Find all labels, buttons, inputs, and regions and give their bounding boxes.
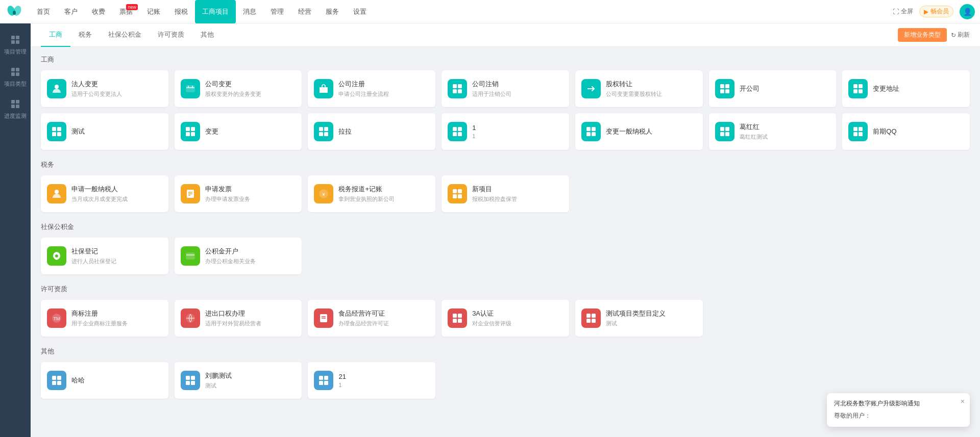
svg-rect-52 xyxy=(592,132,596,136)
svg-rect-35 xyxy=(52,132,56,136)
card-social-register[interactable]: 社保登记进行人员社保登记 xyxy=(41,238,168,274)
card-name-fund-account: 公积金开户 xyxy=(205,247,296,256)
card-company-register[interactable]: 公司注册申请公司注册全流程 xyxy=(308,70,435,107)
tab-tax[interactable]: 税务 xyxy=(70,23,100,47)
card-new-project[interactable]: 新项目报税加税控盘保管 xyxy=(442,175,569,212)
svg-rect-14 xyxy=(16,105,19,108)
card-icon-qianqiqq xyxy=(848,122,868,141)
card-company-cancel[interactable]: 公司注销适用于注销公司 xyxy=(442,70,569,107)
nav-industry[interactable]: 工商项目 xyxy=(195,0,236,23)
card-test-type[interactable]: 测试项目类型目定义测试 xyxy=(575,300,703,337)
card-desc-test-type: 测试 xyxy=(606,320,697,327)
vip-button[interactable]: ▶ 畅会员 xyxy=(919,6,953,17)
card-change-address[interactable]: 变更地址 xyxy=(842,70,970,107)
social-section: 社保公积金 社保登记进行人员社保登记公积金开户办理公积金相关业务 xyxy=(41,222,970,274)
nav-tax[interactable]: 报税 xyxy=(167,0,195,23)
fullscreen-button[interactable]: ⛶ 全屏 xyxy=(893,7,913,16)
card-twenty-one[interactable]: 211 xyxy=(308,362,435,399)
card-gehonghong[interactable]: 葛红红葛红红测试 xyxy=(709,113,837,150)
card-tax-accounting[interactable]: ¥税务报道+记账拿到营业执照的新公司 xyxy=(308,175,435,212)
card-name-haha: 哈哈 xyxy=(71,376,162,385)
refresh-label: 刷新 xyxy=(958,31,970,39)
nav-clients[interactable]: 客户 xyxy=(57,0,85,23)
svg-rect-93 xyxy=(191,376,195,380)
card-qianqiqq[interactable]: 前期QQ xyxy=(842,113,970,150)
card-liupeng-test[interactable]: 刘鹏测试测试 xyxy=(175,362,302,399)
sidebar-item-project-mgmt[interactable]: 项目管理 xyxy=(0,29,31,61)
svg-rect-90 xyxy=(52,381,56,385)
card-apply-taxpayer[interactable]: 申请一般纳税人当月或次月成变更完成 xyxy=(41,175,168,212)
svg-point-15 xyxy=(55,85,59,89)
card-change-taxpayer[interactable]: 变更一般纳税人 xyxy=(575,113,703,150)
avatar[interactable]: 👤 xyxy=(960,4,975,19)
tab-social[interactable]: 社保公积金 xyxy=(100,23,150,47)
svg-rect-37 xyxy=(186,127,190,131)
sidebar-item-project-types[interactable]: 项目类型 xyxy=(0,61,31,93)
card-icon-one xyxy=(448,122,467,141)
sidebar-item-progress-monitor[interactable]: 进度监测 xyxy=(0,93,31,125)
card-food-license[interactable]: 食品经营许可证办理食品经营许可证 xyxy=(308,300,435,337)
card-3a-cert[interactable]: 3A认证对企业信誉评级 xyxy=(442,300,569,337)
svg-rect-45 xyxy=(453,127,457,131)
card-open-company[interactable]: 开公司 xyxy=(709,70,837,107)
industry-cards-grid: 法人变更适用于公司变更法人公司变更股权变更外的业务变更公司注册申请公司注册全流程… xyxy=(41,70,970,150)
nav-management[interactable]: 管理 xyxy=(263,0,291,23)
card-change[interactable]: 变更 xyxy=(175,113,302,150)
card-icon-apply-invoice xyxy=(181,184,200,203)
notification-close-button[interactable]: × xyxy=(961,397,965,405)
card-equity-transfer[interactable]: 股权转让公司变更需要股权转让 xyxy=(575,70,703,107)
nav-home[interactable]: 首页 xyxy=(30,0,57,23)
card-one[interactable]: 11 xyxy=(442,113,569,150)
card-name-open-company: 开公司 xyxy=(740,84,830,93)
refresh-button[interactable]: ↻ 刷新 xyxy=(951,31,970,39)
card-lala[interactable]: 拉拉 xyxy=(308,113,435,150)
tab-industry[interactable]: 工商 xyxy=(41,23,70,47)
nav-settings[interactable]: 设置 xyxy=(346,0,374,23)
svg-rect-4 xyxy=(16,36,19,39)
nav-accounting[interactable]: 记账 xyxy=(140,0,167,23)
card-desc-new-project: 报税加税控盘保管 xyxy=(472,195,563,203)
tab-license[interactable]: 许可资质 xyxy=(150,23,192,47)
nav-messages[interactable]: 消息 xyxy=(236,0,263,23)
nav-billing[interactable]: 收费 xyxy=(85,0,112,23)
industry-section-title: 工商 xyxy=(41,55,970,64)
license-cards-grid: TM商标注册用于企业商标注册服务进出口权办理适用于对外贸易经营者食品经营许可证办… xyxy=(41,300,970,337)
nav-tickets[interactable]: 票据 new xyxy=(112,0,140,23)
svg-rect-28 xyxy=(725,89,729,93)
nav-operations[interactable]: 经营 xyxy=(291,0,318,23)
card-desc-apply-invoice: 办理申请发票业务 xyxy=(205,195,296,203)
card-import-export[interactable]: 进出口权办理适用于对外贸易经营者 xyxy=(175,300,302,337)
svg-rect-34 xyxy=(57,127,61,131)
card-icon-gehonghong xyxy=(715,122,734,141)
card-haha[interactable]: 哈哈 xyxy=(41,362,168,399)
svg-rect-6 xyxy=(16,40,19,44)
card-name-social-register: 社保登记 xyxy=(71,247,162,256)
card-icon-social-register xyxy=(47,246,66,266)
other-section-title: 其他 xyxy=(41,347,970,356)
card-icon-change-address xyxy=(848,79,868,98)
card-icon-equity-transfer xyxy=(581,79,601,98)
svg-rect-3 xyxy=(11,36,15,39)
nav-services[interactable]: 服务 xyxy=(318,0,346,23)
card-company-change[interactable]: 公司变更股权变更外的业务变更 xyxy=(175,70,302,107)
notification-popup: × 河北税务数字账户升级影响通知 尊敬的用户： xyxy=(827,393,970,427)
card-legal-change[interactable]: 法人变更适用于公司变更法人 xyxy=(41,70,168,107)
card-apply-invoice[interactable]: 申请发票办理申请发票业务 xyxy=(175,175,302,212)
svg-rect-42 xyxy=(324,127,328,131)
tab-other[interactable]: 其他 xyxy=(192,23,222,47)
svg-rect-84 xyxy=(586,314,591,318)
card-icon-new-project xyxy=(448,184,467,203)
card-test[interactable]: 测试 xyxy=(41,113,168,150)
svg-rect-29 xyxy=(853,84,857,88)
card-trademark[interactable]: TM商标注册用于企业商标注册服务 xyxy=(41,300,168,337)
card-fund-account[interactable]: 公积金开户办理公积金相关业务 xyxy=(175,238,302,274)
svg-rect-44 xyxy=(324,132,328,136)
svg-rect-57 xyxy=(853,127,857,131)
card-desc-tax-accounting: 拿到营业执照的新公司 xyxy=(338,195,429,203)
add-type-button[interactable]: 新增业务类型 xyxy=(898,28,947,42)
card-name-apply-invoice: 申请发票 xyxy=(205,185,296,194)
svg-rect-71 xyxy=(458,194,462,198)
top-nav-right: ⛶ 全屏 ▶ 畅会员 👤 xyxy=(893,4,975,19)
license-section: 许可资质 TM商标注册用于企业商标注册服务进出口权办理适用于对外贸易经营者食品经… xyxy=(41,285,970,337)
other-section: 其他 哈哈 刘鹏测试测试 211 xyxy=(41,347,970,399)
